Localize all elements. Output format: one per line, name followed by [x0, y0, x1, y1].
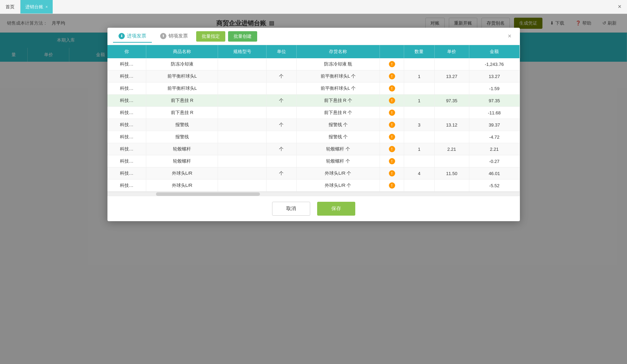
table-row: 科技… 报警线 个 报警线 个 ! 3 13.12 39.37 [107, 119, 520, 131]
cell-spec [218, 131, 267, 143]
cell-product: 报警线 [146, 131, 218, 143]
cell-warning: ! [380, 70, 404, 83]
table-row: 科技… 前下悬挂 R 个 前下悬挂 R 个 ! 1 97.35 97.35 [107, 95, 520, 107]
top-bar: 首页 进销台账 × × [0, 0, 627, 14]
tab-close-icon[interactable]: × [45, 5, 48, 9]
warning-icon: ! [389, 182, 395, 189]
cell-qty [404, 107, 434, 119]
cell-warning: ! [380, 95, 404, 107]
batch-assign-button[interactable]: 批量指定 [196, 31, 225, 42]
cell-qty [404, 155, 434, 167]
jinxiao-tab[interactable]: 进销台账 × [20, 0, 53, 14]
jinxiao-tab-label: 进销台账 [25, 4, 43, 10]
cell-amount: -5.52 [469, 180, 520, 192]
cell-warning: ! [380, 143, 404, 155]
cell-product: 轮毂螺杆 [146, 155, 218, 167]
cell-price [434, 83, 469, 95]
cell-spec [218, 143, 267, 155]
cell-storage-name: 防冻冷却液 瓶 [297, 58, 380, 70]
th-product: 商品名称 [146, 45, 218, 58]
cell-product: 轮毂螺杆 [146, 143, 218, 155]
cell-price [434, 180, 469, 192]
cell-spec [218, 83, 267, 95]
cell-price [434, 107, 469, 119]
table-row: 科技… 外球头L/R 外球头L/R 个 ! -5.52 [107, 180, 520, 192]
warning-icon: ! [389, 61, 395, 67]
cell-price [434, 58, 469, 70]
cell-warning: ! [380, 119, 404, 131]
cell-qty [404, 131, 434, 143]
page-close-button[interactable]: × [612, 0, 627, 14]
tab-jinxiang-fapiao[interactable]: ⬇ 进项发票 [113, 30, 152, 43]
cell-amount: -1.59 [469, 83, 520, 95]
cell-unit [266, 131, 296, 143]
cell-company: 科技… [107, 131, 146, 143]
cell-qty [404, 83, 434, 95]
modal-scrollbar[interactable] [107, 192, 520, 196]
cell-warning: ! [380, 167, 404, 180]
cancel-button[interactable]: 取消 [272, 202, 310, 216]
cell-unit [266, 180, 296, 192]
cell-price: 97.35 [434, 95, 469, 107]
cell-product: 防冻冷却液 [146, 58, 218, 70]
cell-price: 2.21 [434, 143, 469, 155]
th-spec: 规格型号 [218, 45, 267, 58]
cell-storage-name: 前平衡杆球头L 个 [297, 70, 380, 83]
cell-price [434, 131, 469, 143]
cell-amount: -1,243.76 [469, 58, 520, 70]
cell-storage-name: 外球头L/R 个 [297, 167, 380, 180]
warning-icon: ! [389, 146, 395, 152]
cell-warning: ! [380, 107, 404, 119]
cell-unit [266, 155, 296, 167]
cell-spec [218, 167, 267, 180]
cell-spec [218, 95, 267, 107]
xiaoxiang-tab-label: 销项发票 [168, 33, 188, 39]
table-row: 科技… 外球头L/R 个 外球头L/R 个 ! 4 11.50 46.01 [107, 167, 520, 180]
warning-icon: ! [389, 170, 395, 176]
cell-price [434, 155, 469, 167]
jinxiang-tab-label: 进项发票 [127, 33, 146, 39]
cell-storage-name: 轮毂螺杆 个 [297, 155, 380, 167]
batch-create-button[interactable]: 批量创建 [228, 31, 257, 42]
cell-amount: 2.21 [469, 143, 520, 155]
modal-close-button[interactable]: × [505, 31, 514, 41]
cell-unit: 个 [266, 167, 296, 180]
table-row: 科技… 前平衡杆球头L 个 前平衡杆球头L 个 ! 1 13.27 13.27 [107, 70, 520, 83]
cell-warning: ! [380, 131, 404, 143]
home-tab[interactable]: 首页 [0, 0, 20, 14]
cell-amount: -11.68 [469, 107, 520, 119]
th-warning [380, 45, 404, 58]
cell-storage-name: 前平衡杆球头L 个 [297, 83, 380, 95]
tab-xiaoxiang-fapiao[interactable]: ⬆ 销项发票 [155, 30, 193, 43]
cell-unit [266, 107, 296, 119]
cell-warning: ! [380, 83, 404, 95]
cell-product: 前平衡杆球头L [146, 83, 218, 95]
cell-price: 13.12 [434, 119, 469, 131]
cell-company: 科技… [107, 167, 146, 180]
cell-amount: 97.35 [469, 95, 520, 107]
cell-unit [266, 83, 296, 95]
cell-price: 11.50 [434, 167, 469, 180]
table-row: 科技… 前平衡杆球头L 前平衡杆球头L 个 ! -1.59 [107, 83, 520, 95]
cell-qty: 3 [404, 119, 434, 131]
modal-table: 你 商品名称 规格型号 单位 存货名称 数量 单价 金额 科技… [107, 45, 520, 192]
cell-qty: 1 [404, 70, 434, 83]
modal-scrollbar-thumb[interactable] [156, 192, 260, 196]
modal-table-container[interactable]: 你 商品名称 规格型号 单位 存货名称 数量 单价 金额 科技… [107, 45, 520, 192]
warning-icon: ! [389, 134, 395, 140]
cell-company: 科技… [107, 58, 146, 70]
warning-icon: ! [389, 110, 395, 116]
modal-action-buttons: 批量指定 批量创建 [196, 31, 257, 42]
cell-unit [266, 58, 296, 70]
cell-amount: -0.27 [469, 155, 520, 167]
cell-qty [404, 58, 434, 70]
cell-storage-name: 报警线 个 [297, 131, 380, 143]
cell-product: 报警线 [146, 119, 218, 131]
cell-company: 科技… [107, 70, 146, 83]
modal-header: ⬇ 进项发票 ⬆ 销项发票 批量指定 批量创建 × [107, 28, 520, 45]
cell-amount: 46.01 [469, 167, 520, 180]
save-button[interactable]: 保存 [317, 202, 355, 216]
cell-amount: 13.27 [469, 70, 520, 83]
cell-price: 13.27 [434, 70, 469, 83]
cell-storage-name: 轮毂螺杆 个 [297, 143, 380, 155]
